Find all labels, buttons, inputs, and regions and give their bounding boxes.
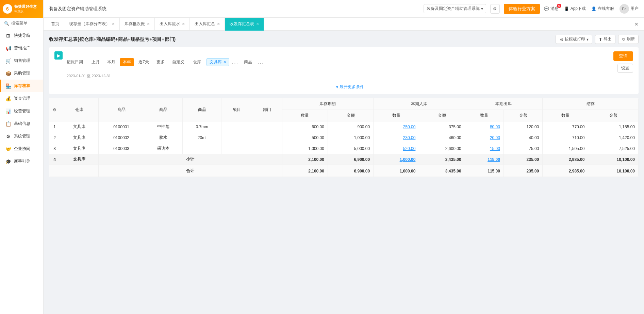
sidebar-item-sales[interactable]: 🛒 销售管理 xyxy=(0,54,43,67)
goods-ellipsis[interactable]: ... xyxy=(258,59,264,65)
row1-in-qty[interactable]: 250.00 xyxy=(374,121,419,132)
sidebar-item-newbie[interactable]: 🎓 新手引导 xyxy=(0,155,43,168)
sidebar-app-title: 畅捷通好生意 标准版 xyxy=(14,4,37,14)
filter-expand-button[interactable]: ▶ xyxy=(54,51,63,60)
sidebar-item-operations[interactable]: 📊 经营管理 xyxy=(0,105,43,117)
warehouse-tag[interactable]: 文具库 ✕ xyxy=(207,58,229,66)
tab-in-out-flow-close[interactable]: ✕ xyxy=(182,22,185,26)
row1-out-qty[interactable]: 80.00 xyxy=(465,121,503,132)
tab-batch-close[interactable]: ✕ xyxy=(147,22,150,26)
gear-icon: ⚙ xyxy=(493,6,497,11)
trial-btn[interactable]: 体验行业方案 xyxy=(504,4,540,14)
operations-icon: 📊 xyxy=(5,109,11,114)
row2-in-qty[interactable]: 230.00 xyxy=(374,132,419,143)
topbar-gear-button[interactable]: ⚙ xyxy=(490,4,500,14)
col-dept-header: 部门 xyxy=(252,98,282,121)
sidebar-label-system: 系统管理 xyxy=(14,133,30,139)
sidebar-label-quick-nav: 快捷导航 xyxy=(14,33,30,38)
subtotal-out-qty[interactable]: 115.00 xyxy=(465,154,503,165)
warehouse-ellipsis[interactable]: ... xyxy=(232,59,238,65)
col-balance-qty-header: 数量 xyxy=(543,110,588,121)
topbar-message[interactable]: 💬 消息 6 xyxy=(544,6,559,12)
col-goods-code-header: 商品 xyxy=(98,98,144,121)
row1-out-amt: 120.00 xyxy=(503,121,542,132)
topbar-app-label: App下载 xyxy=(571,6,586,12)
filter-settings-button[interactable]: 设置 xyxy=(617,64,633,73)
sidebar-label-sales: 销售管理 xyxy=(14,58,30,64)
subtotal-in-qty[interactable]: 1,000.00 xyxy=(374,154,419,165)
row2-seq: 2 xyxy=(49,132,60,143)
tabs-close-all[interactable]: ✕ xyxy=(632,21,641,27)
row2-project xyxy=(221,132,252,143)
tab-in-out-summary-close[interactable]: ✕ xyxy=(217,22,220,26)
row3-project xyxy=(221,143,252,154)
sidebar-label-finance: 资金管理 xyxy=(14,96,30,101)
row1-dept xyxy=(252,121,282,132)
row1-opening-amt: 900.00 xyxy=(328,121,373,132)
query-button[interactable]: 查询 xyxy=(613,51,633,61)
tab-recv-send-summary[interactable]: 收发存汇总表 ✕ xyxy=(225,18,264,31)
refresh-button[interactable]: ↻ 刷新 xyxy=(618,35,639,44)
row3-out-qty[interactable]: 15.00 xyxy=(465,143,503,154)
basic-icon: 📋 xyxy=(5,121,11,127)
date-filter-buttons: 上月 本月 本年 近7天 更多 自定义 xyxy=(88,58,187,66)
subtotal-balance-qty: 2,985.00 xyxy=(543,154,588,165)
tab-batch[interactable]: 库存批次账 ✕ xyxy=(120,18,155,31)
table-row: 2 文具库 0100002 胶水 20ml 500.00 1,000.00 23… xyxy=(49,132,639,143)
sidebar-item-finance[interactable]: 💰 资金管理 xyxy=(0,92,43,105)
topbar-user[interactable]: Ea 用户 xyxy=(620,4,639,14)
topbar-system-dropdown[interactable]: 装备及固定资产辅助管理系统 ▾ xyxy=(424,4,486,13)
expand-more-btn[interactable]: ▾ 展开更多条件 xyxy=(336,84,364,90)
chevron-down-icon2: ▾ xyxy=(587,37,589,42)
date-btn-this-month[interactable]: 本月 xyxy=(104,58,118,66)
print-button[interactable]: 🖨 按模板打印 ▾ xyxy=(556,35,592,44)
row2-out-qty[interactable]: 20.00 xyxy=(465,132,503,143)
total-in-qty: 1,000.00 xyxy=(374,165,419,177)
date-btn-custom[interactable]: 自定义 xyxy=(169,58,187,66)
row3-in-qty[interactable]: 520.00 xyxy=(374,143,419,154)
tab-in-out-summary[interactable]: 出入库汇总 ✕ xyxy=(190,18,225,31)
sidebar: 6 畅捷通好生意 标准版 🔍 搜索菜单 ⊞ 快捷导航 📢 营销推广 🛒 销售管理… xyxy=(0,0,44,314)
sales-icon: 🛒 xyxy=(5,58,11,64)
sidebar-label-purchase: 采购管理 xyxy=(14,70,30,76)
sidebar-item-inventory[interactable]: 🏪 库存核算 xyxy=(0,80,43,92)
tab-stock-dist-close[interactable]: ✕ xyxy=(112,22,115,26)
sidebar-badge: 标准版 xyxy=(14,9,37,14)
table-col-settings-icon[interactable]: ⚙ xyxy=(53,108,56,112)
message-icon: 💬 xyxy=(544,6,549,11)
topbar-online-service[interactable]: 👤 在线客服 xyxy=(591,6,614,12)
sidebar-search[interactable]: 🔍 搜索菜单 xyxy=(0,18,43,29)
finance-icon: 💰 xyxy=(5,96,11,101)
warehouse-tag-label: 文具库 xyxy=(210,59,222,65)
sidebar-item-marketing[interactable]: 📢 营销推广 xyxy=(0,42,43,54)
tab-in-out-flow-label: 出入库流水 xyxy=(160,21,180,27)
sidebar-item-quick-nav[interactable]: ⊞ 快捷导航 xyxy=(0,29,43,42)
tab-home[interactable]: 首页 xyxy=(46,18,64,31)
date-btn-7days[interactable]: 近7天 xyxy=(135,58,152,66)
col-goods-spec-header: 商品 xyxy=(183,98,221,121)
export-button[interactable]: ⬆ 导出 xyxy=(595,35,615,44)
tab-recv-send-summary-close[interactable]: ✕ xyxy=(256,22,259,26)
topbar-app-download[interactable]: 📱 App下载 xyxy=(564,6,586,12)
col-opening-qty-header: 数量 xyxy=(282,110,328,121)
row3-goods-name: 采访本 xyxy=(144,143,183,154)
expand-more-label: 展开更多条件 xyxy=(340,84,364,90)
purchase-icon: 📦 xyxy=(5,71,11,76)
warehouse-tag-close[interactable]: ✕ xyxy=(223,60,226,64)
total-out-amt: 235.00 xyxy=(503,165,542,177)
subtotal-in-amt: 3,435.00 xyxy=(419,154,465,165)
sidebar-item-enterprise[interactable]: 🤝 企业协同 xyxy=(0,143,43,155)
topbar-service-label: 在线客服 xyxy=(598,6,614,12)
date-btn-last-month[interactable]: 上月 xyxy=(88,58,103,66)
total-opening-amt: 6,900.00 xyxy=(328,165,373,177)
tab-stock-dist[interactable]: 现存量（库存分布表） ✕ xyxy=(64,18,120,31)
row2-goods-spec: 20ml xyxy=(183,132,221,143)
refresh-icon: ↻ xyxy=(622,37,625,42)
sidebar-item-purchase[interactable]: 📦 采购管理 xyxy=(0,67,43,80)
sidebar-item-system[interactable]: ⚙ 系统管理 xyxy=(0,130,43,143)
col-opening-group-header: 库存期初 xyxy=(282,98,373,110)
date-btn-this-year[interactable]: 本年 xyxy=(120,58,134,66)
date-btn-more[interactable]: 更多 xyxy=(153,58,168,66)
tab-in-out-flow[interactable]: 出入库流水 ✕ xyxy=(155,18,190,31)
sidebar-item-basic[interactable]: 📋 基础信息 xyxy=(0,117,43,130)
